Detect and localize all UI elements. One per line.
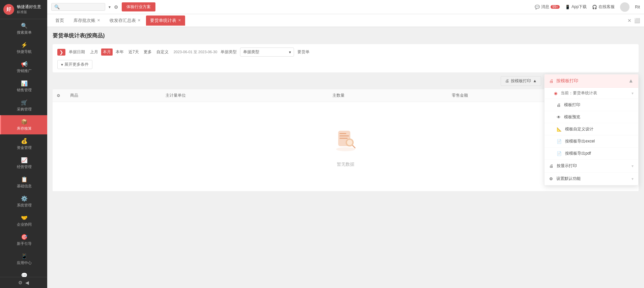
date-btn-last-month[interactable]: 上月 (88, 49, 100, 56)
sidebar-item-system[interactable]: ⚙️ 系统管理 (0, 192, 47, 211)
dropdown-current-arrow-icon: ▾ (632, 91, 634, 96)
dropdown-item-template-export-pdf[interactable]: 📄 按模板导出pdf (545, 148, 638, 160)
app-tag: 标准版 (17, 10, 41, 14)
cooperation-icon: 🤝 (21, 215, 28, 221)
app-download-item[interactable]: 📱 App下载 (565, 4, 587, 10)
tab-controls: ✕ ⬜ (627, 18, 640, 23)
dropdown-item-template-custom[interactable]: 📐 模板自定义设计 (545, 123, 638, 135)
tab-order-summary[interactable]: 要货单统计表 ✕ (146, 15, 185, 26)
tab-collection-summary-close-icon[interactable]: ✕ (138, 18, 141, 23)
close-all-tabs-icon[interactable]: ✕ (627, 18, 632, 23)
template-export-pdf-icon: 📄 (557, 151, 562, 156)
print-label: 按模板打印 (511, 78, 531, 84)
sidebar-item-wechat[interactable]: 💬 企业微信 (0, 269, 47, 277)
message-item[interactable]: 💬 消息 99+ (535, 4, 560, 10)
sidebar-item-inventory[interactable]: 📦 库存核算 (0, 115, 47, 134)
sidebar-item-purchase[interactable]: 🛒 采购管理 (0, 96, 47, 115)
maximize-icon[interactable]: ⬜ (634, 18, 640, 23)
expand-filter-button[interactable]: ▾ 展开更多条件 (57, 60, 92, 69)
print-dropdown-arrow-icon: ▲ (533, 78, 537, 83)
online-service-item[interactable]: 🎧 在线客服 (592, 4, 615, 10)
sidebar-item-quick-nav[interactable]: ⚡ 快捷导航 (0, 38, 47, 58)
date-btn-custom[interactable]: 自定义 (155, 49, 170, 56)
collapse-sidebar-icon[interactable]: ◀ (25, 280, 29, 285)
sidebar-item-finance[interactable]: 💰 资金管理 (0, 134, 47, 154)
goods-filter-label: 要货单 (297, 49, 310, 55)
topbar-search-box[interactable]: 🔍 (51, 3, 105, 11)
search-icon: 🔍 (54, 4, 60, 9)
empty-illustration (332, 126, 359, 153)
dropdown-close-icon[interactable]: ▲ (628, 78, 634, 84)
wechat-icon: 💬 (21, 272, 28, 277)
message-label: 消息 (541, 4, 549, 10)
sidebar-item-label: 搜索菜单 (17, 30, 32, 35)
print-template-dropdown: 🖨 按模板打印 ▲ ◉ 当前：要货单统计表 ▾ 🖨 模板打印 👁 模板预览 📐 … (544, 74, 639, 186)
tab-home[interactable]: 首页 (51, 15, 68, 26)
dropdown-current-label: 当前：要货单统计表 (561, 90, 597, 96)
dropdown-print-icon: 🖨 (549, 78, 554, 84)
sidebar-item-label: 采购管理 (17, 107, 32, 112)
table-col-settings: ⚙ (53, 89, 66, 102)
tab-batch-account-close-icon[interactable]: ✕ (97, 18, 100, 23)
app-logo-icon: 好 (3, 4, 14, 15)
sidebar-item-operation[interactable]: 📈 经营管理 (0, 154, 47, 173)
sidebar-item-base[interactable]: 📋 基础信息 (0, 173, 47, 192)
sidebar-item-sales[interactable]: 📊 销售管理 (0, 77, 47, 96)
username-label[interactable]: Rit (635, 5, 640, 9)
marketing-icon: 📢 (21, 61, 28, 67)
template-export-excel-icon: 📄 (557, 139, 562, 144)
sidebar-item-marketing[interactable]: 📢 营销推广 (0, 58, 47, 77)
sidebar-item-app-center[interactable]: 📱 应用中心 (0, 250, 47, 269)
user-avatar[interactable] (620, 2, 630, 12)
column-settings-icon[interactable]: ⚙ (57, 93, 60, 98)
date-btn-current-month[interactable]: 本月 (101, 49, 113, 56)
settings-bottom-icon[interactable]: ⚙ (18, 280, 23, 285)
sidebar-nav: 🔍 搜索菜单 ⚡ 快捷导航 📢 营销推广 📊 销售管理 🛒 采购管理 📦 库存核… (0, 19, 47, 277)
tab-batch-account[interactable]: 库存批次账 ✕ (69, 15, 104, 26)
svg-rect-2 (340, 133, 346, 134)
expand-label: 展开更多条件 (64, 62, 89, 67)
template-preview-icon: 👁 (557, 115, 561, 120)
dropdown-item-template-print[interactable]: 🖨 模板打印 (545, 99, 638, 111)
search-input[interactable] (61, 5, 102, 9)
sidebar-item-label: 新手引导 (17, 241, 32, 246)
date-btn-last-7-days[interactable]: 近7天 (127, 49, 141, 56)
filter-toggle-icon[interactable]: ❯ (57, 49, 65, 56)
tab-collection-summary[interactable]: 收发存汇总表 ✕ (106, 15, 145, 26)
sidebar-item-guide[interactable]: 🎯 新手引导 (0, 230, 47, 250)
topbar-dropdown[interactable]: ▾ (109, 5, 111, 9)
date-btn-current-year[interactable]: 本年 (114, 49, 125, 56)
dropdown-item-set-default[interactable]: ⚙ 设置默认功能 ▾ (545, 172, 638, 185)
type-filter-select[interactable]: 单据类型 ▾ (240, 47, 294, 57)
tab-bar: 首页 库存批次账 ✕ 收发存汇总表 ✕ 要货单统计表 ✕ ✕ ⬜ (47, 14, 644, 27)
app-center-icon: 📱 (21, 253, 28, 259)
sidebar-item-label: 基础信息 (17, 184, 32, 189)
display-print-arrow-icon: ▾ (632, 164, 634, 168)
tab-order-summary-label: 要货单统计表 (150, 18, 176, 24)
dropdown-item-template-export-excel[interactable]: 📄 按模板导出excel (545, 135, 638, 148)
set-default-arrow-icon: ▾ (632, 177, 634, 181)
date-btn-more[interactable]: 更多 (142, 49, 153, 56)
dropdown-current-icon: ◉ (554, 91, 557, 96)
svg-point-6 (347, 140, 352, 145)
dropdown-item-template-preview[interactable]: 👁 模板预览 (545, 111, 638, 123)
print-button[interactable]: 🖨 按模板打印 ▲ (501, 76, 541, 86)
demo-button[interactable]: 体验行业方案 (122, 2, 155, 11)
dropdown-current-item[interactable]: ◉ 当前：要货单统计表 ▾ (545, 88, 638, 99)
template-export-excel-label: 按模板导出excel (565, 138, 595, 144)
display-print-icon: 🖨 (549, 164, 553, 168)
dropdown-item-display-print[interactable]: 🖨 按显示打印 ▾ (545, 160, 638, 172)
sidebar-item-label: 企业协同 (17, 222, 32, 227)
svg-line-7 (353, 146, 355, 148)
tab-collection-summary-label: 收发存汇总表 (110, 18, 136, 24)
sidebar-item-search[interactable]: 🔍 搜索菜单 (0, 19, 47, 38)
sidebar-item-cooperation[interactable]: 🤝 企业协同 (0, 211, 47, 230)
topbar-gear-icon[interactable]: ⚙ (114, 4, 118, 10)
sidebar-item-label: 资金管理 (17, 145, 32, 150)
sidebar-logo-info: 畅捷通好生意 标准版 (17, 4, 41, 14)
empty-text: 暂无数据 (337, 161, 354, 167)
date-filter-label: 单据日期 (69, 49, 85, 55)
dropdown-arrow-icon: ▾ (109, 5, 111, 9)
tab-order-summary-close-icon[interactable]: ✕ (178, 18, 181, 23)
message-icon: 💬 (535, 5, 540, 9)
